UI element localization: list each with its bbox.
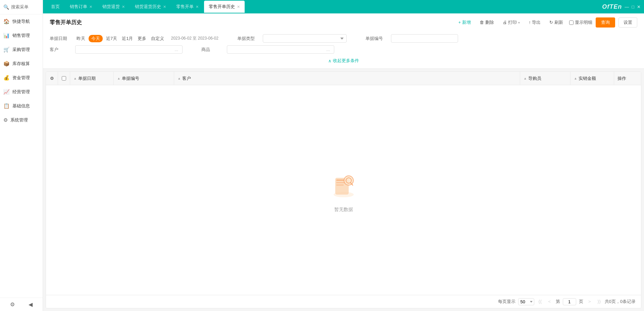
top-nav-end: OfTEn — □ ✕ bbox=[602, 3, 641, 10]
th-guide[interactable]: ▲ 导购员 bbox=[520, 72, 571, 85]
th-num[interactable]: ▲ 单据编号 bbox=[114, 72, 174, 85]
sidebar: 🔍 搜索采单 🏠 快捷导航 📊 销售管理 🛒 采购管理 📦 库存核算 💰 资金管… bbox=[0, 0, 43, 311]
th-customer[interactable]: ▲ 客户 bbox=[174, 72, 520, 85]
sidebar-item-quick-nav[interactable]: 🏠 快捷导航 bbox=[0, 14, 43, 29]
sidebar-item-finance[interactable]: 💰 资金管理 bbox=[0, 71, 43, 85]
date-opt-7days[interactable]: 近7天 bbox=[105, 35, 118, 42]
table-wrap: ⚙ ▲ 单据日期 ▲ 单据编号 ▲ 客户 ▲ bbox=[46, 71, 641, 308]
sidebar-item-label: 资金管理 bbox=[12, 75, 30, 81]
customer-filter-input[interactable] bbox=[78, 47, 173, 52]
empty-text: 暂无数据 bbox=[334, 207, 353, 213]
footer-settings-icon[interactable]: ⚙ bbox=[10, 301, 15, 308]
last-page-btn[interactable]: ⟩⟩ bbox=[596, 298, 602, 305]
export-button[interactable]: ↑ 导出 bbox=[526, 18, 543, 27]
print-dropdown-icon[interactable]: ▾ bbox=[518, 21, 520, 24]
page-size-select[interactable]: 50 10 20 100 bbox=[518, 298, 534, 305]
sidebar-menu: 🏠 快捷导航 📊 销售管理 🛒 采购管理 📦 库存核算 💰 资金管理 📈 经营管… bbox=[0, 14, 43, 298]
window-close-icon[interactable]: ✕ bbox=[637, 4, 641, 9]
th-gear[interactable]: ⚙ bbox=[46, 72, 58, 85]
page-num-input[interactable] bbox=[563, 298, 576, 305]
display-toggle-checkbox[interactable] bbox=[569, 20, 574, 25]
sidebar-search[interactable]: 🔍 搜索采单 bbox=[0, 0, 43, 14]
sidebar-item-inventory[interactable]: 📦 库存核算 bbox=[0, 57, 43, 71]
next-page-btn[interactable]: ＞ bbox=[586, 298, 593, 305]
tab-sales-return-history-label: 销货退货历史 bbox=[135, 4, 161, 10]
goods-dots-icon[interactable]: ... bbox=[325, 47, 331, 52]
customer-dots-icon[interactable]: ... bbox=[173, 47, 180, 52]
footer-collapse-icon[interactable]: ◀ bbox=[29, 301, 33, 308]
sidebar-item-label: 经营管理 bbox=[12, 89, 30, 95]
tab-sales-return-history-close[interactable]: ✕ bbox=[163, 5, 166, 9]
print-button[interactable]: 🖨 打印 ▾ bbox=[500, 18, 523, 27]
th-date-label: 单据日期 bbox=[78, 75, 96, 82]
sidebar-item-ops-mgmt[interactable]: 📈 经营管理 bbox=[0, 85, 43, 99]
print-label: 🖨 打印 bbox=[503, 19, 517, 25]
date-filter-label: 单据日期 bbox=[50, 36, 70, 42]
th-action: 操作 bbox=[614, 72, 641, 85]
goods-filter-input[interactable] bbox=[230, 47, 325, 52]
add-label: + 新增 bbox=[458, 19, 471, 25]
date-opt-more[interactable]: 更多 bbox=[136, 35, 148, 42]
page-header: 零售开单历史 + 新增 🗑 删除 🖨 打印 ▾ ↑ 导出 bbox=[43, 13, 644, 69]
tab-home[interactable]: 首页 bbox=[46, 1, 64, 13]
display-toggle[interactable]: 显示明细 bbox=[569, 19, 592, 25]
num-filter-input[interactable] bbox=[391, 34, 458, 43]
date-opt-1month[interactable]: 近1月 bbox=[120, 35, 134, 42]
tab-sales-order-close[interactable]: ✕ bbox=[89, 5, 92, 9]
filter-more-toggle[interactable]: ∧ 收起更多条件 bbox=[50, 56, 637, 65]
collapse-icon: ∧ bbox=[328, 58, 332, 63]
th-check[interactable] bbox=[58, 72, 70, 85]
tab-sales-return[interactable]: 销货退货 ✕ bbox=[98, 1, 130, 13]
chart-icon: 📊 bbox=[3, 33, 10, 39]
th-amount[interactable]: ▲ 实销金额 bbox=[571, 72, 614, 85]
first-page-btn[interactable]: ⟨⟨ bbox=[537, 298, 543, 305]
filter-more-label: 收起更多条件 bbox=[333, 58, 359, 64]
date-opt-today[interactable]: 今天 bbox=[89, 35, 103, 42]
sidebar-item-sales-mgmt[interactable]: 📊 销售管理 bbox=[0, 29, 43, 43]
th-amount-label: 实销金额 bbox=[579, 75, 596, 82]
th-customer-label: 客户 bbox=[182, 75, 191, 82]
sidebar-item-basic-info[interactable]: 📋 基础信息 bbox=[0, 99, 43, 113]
date-opt-custom[interactable]: 自定义 bbox=[150, 35, 165, 42]
brand-name: OfTEn bbox=[602, 3, 622, 10]
top-nav: 首页 销售订单 ✕ 销货退货 ✕ 销货退货历史 ✕ 零售开单 ✕ 零售开单历史 … bbox=[43, 0, 644, 13]
delete-button[interactable]: 🗑 删除 bbox=[477, 18, 497, 27]
select-all-checkbox[interactable] bbox=[62, 76, 66, 81]
sort-asc-icon5: ▲ bbox=[574, 76, 577, 80]
sidebar-item-label: 销售管理 bbox=[12, 33, 30, 39]
tab-retail-open-close[interactable]: ✕ bbox=[196, 5, 199, 9]
delete-label: 🗑 删除 bbox=[480, 19, 494, 25]
th-date[interactable]: ▲ 单据日期 bbox=[70, 72, 114, 85]
prev-page-btn[interactable]: ＜ bbox=[546, 298, 553, 305]
home-icon: 🏠 bbox=[3, 18, 10, 24]
gear-icon: ⚙ bbox=[3, 117, 8, 123]
date-options: 昨天 今天 近7天 近1月 更多 自定义 bbox=[75, 35, 165, 42]
add-button[interactable]: + 新增 bbox=[456, 18, 474, 27]
window-max-icon[interactable]: □ bbox=[632, 4, 634, 9]
main-area: 首页 销售订单 ✕ 销货退货 ✕ 销货退货历史 ✕ 零售开单 ✕ 零售开单历史 … bbox=[43, 0, 644, 311]
tab-sales-return-close[interactable]: ✕ bbox=[122, 5, 125, 9]
tab-sales-return-history[interactable]: 销货退货历史 ✕ bbox=[130, 1, 171, 13]
refresh-button[interactable]: ↻ 刷新 bbox=[547, 18, 566, 27]
th-guide-label: 导购员 bbox=[528, 75, 541, 82]
sidebar-item-purchase-mgmt[interactable]: 🛒 采购管理 bbox=[0, 43, 43, 57]
sidebar-item-sys-mgmt[interactable]: ⚙ 系统管理 bbox=[0, 113, 43, 127]
date-opt-yesterday[interactable]: 昨天 bbox=[75, 35, 87, 42]
tab-sales-order[interactable]: 销售订单 ✕ bbox=[65, 1, 97, 13]
tab-retail-history[interactable]: 零售开单历史 ✕ bbox=[204, 1, 245, 13]
refresh-label: ↻ 刷新 bbox=[549, 19, 563, 25]
window-min-icon[interactable]: — bbox=[625, 4, 629, 9]
th-action-label: 操作 bbox=[617, 75, 626, 82]
settings-button[interactable]: 设置 bbox=[618, 17, 637, 28]
tab-retail-history-close[interactable]: ✕ bbox=[237, 5, 240, 9]
type-filter-select[interactable] bbox=[263, 34, 347, 43]
date-range-display: 2023-06-02 至 2023-06-02 bbox=[171, 36, 218, 41]
tab-sales-return-label: 销货退货 bbox=[102, 4, 120, 10]
filter-section: 单据日期 昨天 今天 近7天 近1月 更多 自定义 2023-06-02 至 2… bbox=[50, 32, 637, 68]
tab-retail-open[interactable]: 零售开单 ✕ bbox=[171, 1, 203, 13]
sort-asc-icon4: ▲ bbox=[524, 76, 527, 80]
tab-sales-order-label: 销售订单 bbox=[70, 4, 87, 10]
box-icon: 📦 bbox=[3, 61, 10, 67]
query-button[interactable]: 查询 bbox=[596, 17, 615, 28]
num-filter-label: 单据编号 bbox=[365, 36, 386, 42]
